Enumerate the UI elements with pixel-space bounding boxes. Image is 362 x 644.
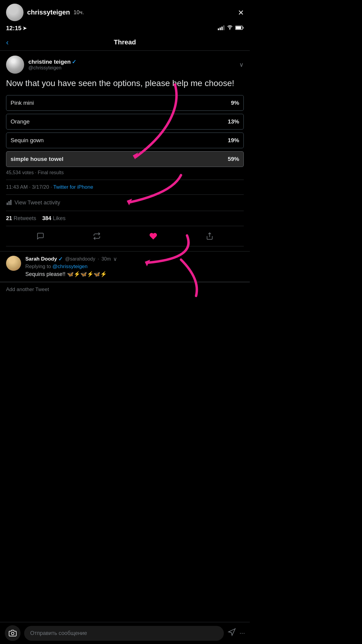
- timestamp-text: 11:43 AM · 3/17/20 ·: [6, 184, 53, 190]
- source-link[interactable]: Twitter for iPhone: [53, 184, 93, 190]
- poll-option-pct-1: 9%: [231, 100, 239, 106]
- svg-rect-2: [221, 27, 223, 30]
- svg-rect-8: [8, 201, 10, 205]
- poll-option-label-1: Pink mini: [11, 100, 34, 106]
- action-row: [6, 226, 244, 246]
- reply-content: Sarah Doody ✓ @sarahdoody · 30m ∨ Replyi…: [25, 256, 117, 277]
- likes-label: Likes: [53, 215, 65, 221]
- status-bar: 12:15 ➤: [0, 24, 250, 34]
- tweet-avatar: [6, 56, 24, 74]
- poll-option-pct-4: 59%: [228, 156, 239, 162]
- verified-icon: ✓: [72, 59, 76, 65]
- poll-option-label-4: simple house towel: [11, 156, 63, 162]
- poll-container: Pink mini 9% Orange 13% Sequin gown 19% …: [6, 95, 244, 175]
- wifi-icon: [227, 25, 233, 31]
- retweet-count: 21 Retweets: [6, 215, 36, 222]
- reply-tweet: Sarah Doody ✓ @sarahdoody · 30m ∨ Replyi…: [0, 252, 250, 282]
- thread-header: ‹ Thread: [0, 34, 250, 51]
- poll-option-inner-3: Sequin gown 19%: [6, 133, 244, 148]
- reply-chevron-icon[interactable]: ∨: [113, 256, 117, 262]
- reply-verified-icon: ✓: [58, 256, 63, 262]
- tweet-user-row: christine teigen ✓ @chrissyteigen ∨: [6, 56, 244, 74]
- poll-option-1[interactable]: Pink mini 9%: [6, 95, 244, 111]
- add-tweet[interactable]: Add another Tweet: [0, 282, 250, 297]
- poll-option-label-3: Sequin gown: [11, 137, 44, 144]
- poll-option-label-2: Orange: [11, 118, 30, 125]
- status-icons: [218, 25, 244, 31]
- back-button[interactable]: ‹: [6, 38, 9, 47]
- reply-mention[interactable]: @chrissyteigen: [52, 264, 87, 269]
- battery-icon: [235, 25, 244, 31]
- stories-avatar: [6, 4, 24, 21]
- reply-avatar: [6, 256, 21, 271]
- svg-rect-7: [7, 203, 8, 205]
- svg-rect-9: [10, 200, 11, 205]
- reply-header: Sarah Doody ✓ @sarahdoody · 30m ∨: [25, 256, 117, 262]
- tweet-timestamp: 11:43 AM · 3/17/20 · Twitter for iPhone: [6, 180, 244, 190]
- likes-count: 384 Likes: [42, 215, 65, 222]
- reply-replying-to: Replying to @chrissyteigen: [25, 264, 117, 270]
- poll-meta: 45,534 votes · Final results: [6, 170, 244, 175]
- stats-row: 21 Retweets 384 Likes: [6, 211, 244, 226]
- close-icon[interactable]: ×: [238, 7, 244, 18]
- reply-body: Sequins please!! 🦋⚡🦋⚡🦋⚡: [25, 271, 117, 277]
- tweet-name: christine teigen ✓: [28, 59, 76, 65]
- thread-title: Thread: [114, 38, 136, 46]
- stories-user: chrissyteigen 10ч.: [6, 4, 84, 21]
- poll-option-2[interactable]: Orange 13%: [6, 114, 244, 130]
- view-activity-button[interactable]: View Tweet activity: [6, 194, 244, 211]
- stories-time: 10ч.: [74, 9, 84, 16]
- poll-option-inner-2: Orange 13%: [6, 114, 244, 130]
- retweets-label: Retweets: [14, 215, 36, 221]
- share-button[interactable]: [203, 230, 216, 242]
- svg-rect-0: [218, 28, 219, 30]
- poll-option-pct-2: 13%: [228, 118, 239, 125]
- signal-icon: [218, 25, 224, 31]
- stories-username: chrissyteigen: [27, 8, 70, 16]
- poll-option-3[interactable]: Sequin gown 19%: [6, 133, 244, 148]
- poll-time: · Final results: [35, 170, 64, 175]
- chevron-down-icon[interactable]: ∨: [239, 61, 244, 68]
- activity-chart-icon: [6, 199, 12, 207]
- clock-time: 12:15: [6, 25, 21, 32]
- tweet-text: Now that you have seen the options, plea…: [6, 77, 244, 89]
- status-time: 12:15 ➤: [6, 25, 27, 32]
- like-button[interactable]: [147, 230, 160, 242]
- svg-rect-1: [220, 27, 221, 30]
- poll-option-inner-4: simple house towel 59%: [6, 151, 244, 167]
- poll-option-inner-1: Pink mini 9%: [6, 95, 244, 111]
- tweet-handle: @chrissyteigen: [28, 65, 76, 71]
- reply-time: 30m: [101, 256, 111, 262]
- poll-option-4[interactable]: simple house towel 59%: [6, 151, 244, 167]
- tweet-container: christine teigen ✓ @chrissyteigen ∨ Now …: [0, 51, 250, 252]
- poll-option-pct-3: 19%: [228, 137, 239, 144]
- svg-rect-5: [236, 26, 241, 29]
- tweet-user-info: christine teigen ✓ @chrissyteigen: [6, 56, 76, 74]
- reply-name: Sarah Doody ✓: [25, 256, 63, 262]
- reply-button[interactable]: [34, 230, 47, 242]
- svg-rect-6: [243, 27, 244, 29]
- reply-dot: ·: [98, 256, 99, 262]
- stories-top-bar: chrissyteigen 10ч. ×: [0, 0, 250, 24]
- retweet-button[interactable]: [91, 230, 103, 242]
- location-icon: ➤: [23, 25, 27, 31]
- svg-rect-3: [223, 25, 224, 30]
- tweet-name-block: christine teigen ✓ @chrissyteigen: [28, 59, 76, 71]
- view-activity-label: View Tweet activity: [14, 200, 60, 206]
- poll-votes: 45,534 votes: [6, 170, 34, 175]
- reply-handle: @sarahdoody: [65, 256, 95, 262]
